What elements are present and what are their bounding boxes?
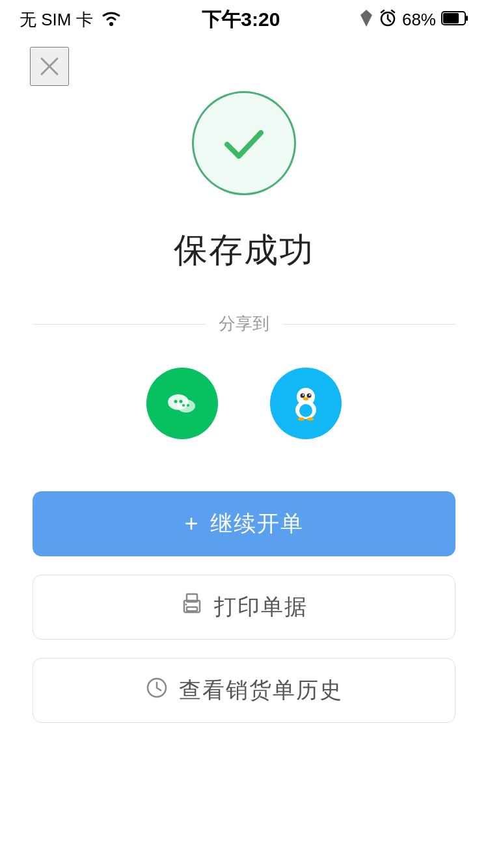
svg-point-11 bbox=[182, 404, 185, 407]
svg-rect-4 bbox=[443, 13, 459, 23]
main-content: 保存成功 分享到 bbox=[0, 39, 488, 723]
wifi-icon bbox=[100, 9, 123, 31]
plus-icon: + bbox=[184, 510, 199, 537]
status-left: 无 SIM 卡 bbox=[20, 8, 123, 31]
svg-point-15 bbox=[299, 404, 312, 417]
svg-point-19 bbox=[309, 394, 310, 396]
share-divider: 分享到 bbox=[33, 312, 455, 335]
svg-point-10 bbox=[180, 400, 183, 403]
svg-point-0 bbox=[109, 22, 113, 26]
qq-share-button[interactable] bbox=[270, 368, 342, 439]
print-label: 打印单据 bbox=[214, 592, 308, 622]
svg-point-22 bbox=[307, 418, 314, 421]
success-circle bbox=[192, 91, 296, 195]
location-icon bbox=[359, 8, 373, 31]
time-display: 下午3:20 bbox=[202, 7, 280, 33]
svg-point-21 bbox=[298, 418, 305, 421]
continue-button[interactable]: + 继续开单 bbox=[33, 491, 455, 556]
svg-point-20 bbox=[303, 398, 308, 401]
svg-point-9 bbox=[174, 400, 178, 403]
status-bar: 无 SIM 卡 下午3:20 68% bbox=[0, 0, 488, 39]
history-button[interactable]: 查看销货单历史 bbox=[33, 658, 455, 723]
alarm-icon bbox=[379, 8, 397, 31]
svg-point-12 bbox=[187, 404, 189, 407]
close-button[interactable] bbox=[30, 47, 69, 86]
svg-point-18 bbox=[303, 394, 304, 396]
continue-label: 继续开单 bbox=[210, 509, 304, 539]
svg-point-26 bbox=[185, 604, 187, 606]
history-label: 查看销货单历史 bbox=[179, 675, 343, 705]
share-icons bbox=[146, 368, 342, 439]
svg-rect-3 bbox=[466, 16, 468, 21]
action-buttons: + 继续开单 打印单据 查看销货单历史 bbox=[33, 491, 455, 723]
svg-point-17 bbox=[307, 394, 312, 398]
battery-percentage: 68% bbox=[402, 10, 436, 30]
print-button[interactable]: 打印单据 bbox=[33, 575, 455, 640]
share-label: 分享到 bbox=[206, 312, 282, 335]
svg-rect-25 bbox=[187, 607, 197, 611]
status-right: 68% bbox=[359, 8, 468, 31]
wechat-share-button[interactable] bbox=[146, 368, 218, 439]
svg-point-16 bbox=[301, 394, 305, 398]
sim-label: 无 SIM 卡 bbox=[20, 8, 93, 31]
battery-icon bbox=[441, 10, 468, 30]
success-title: 保存成功 bbox=[174, 228, 314, 273]
print-icon bbox=[180, 593, 204, 621]
history-icon bbox=[145, 676, 169, 705]
